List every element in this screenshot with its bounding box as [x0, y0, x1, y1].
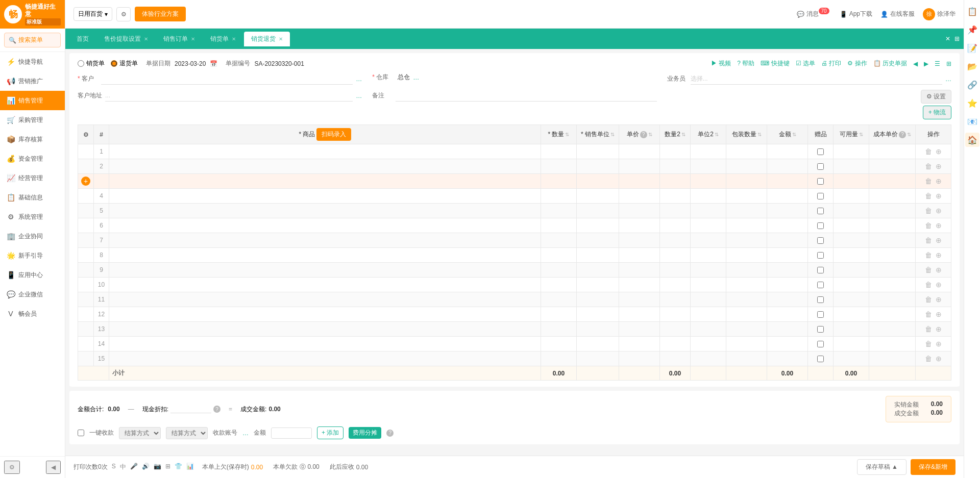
copy-row-7[interactable]: ⊕ — [935, 235, 943, 245]
price-info-icon[interactable]: ? — [640, 131, 647, 138]
price-cell-11[interactable] — [619, 292, 660, 307]
salesperson-dots-button[interactable]: … — [945, 76, 951, 83]
pack-cell-12[interactable] — [726, 307, 767, 322]
amount-cell-11[interactable] — [767, 292, 808, 307]
unit2-cell-13[interactable] — [691, 322, 726, 337]
calendar-icon[interactable]: 📅 — [210, 60, 217, 67]
product-cell-1[interactable] — [109, 144, 541, 159]
calc-method-select[interactable]: 结算方式 — [166, 427, 208, 439]
qty-cell-3[interactable] — [541, 174, 576, 189]
unit-cell-3[interactable] — [576, 174, 619, 189]
account-dots-button[interactable]: … — [242, 430, 249, 437]
sidebar-item-purchase[interactable]: 🛒 采购管理 — [0, 110, 65, 130]
sidebar-collapse-button[interactable]: ◀ — [46, 461, 61, 474]
product-cell-5[interactable] — [109, 204, 541, 218]
gift-checkbox-6[interactable] — [817, 222, 824, 229]
delete-row-8[interactable]: 🗑 — [924, 250, 933, 260]
unit-cell-12[interactable] — [576, 307, 619, 322]
maximize-icon[interactable]: ⊞ — [954, 35, 960, 42]
unit2-cell-11[interactable] — [691, 292, 726, 307]
copy-row-15[interactable]: ⊕ — [935, 354, 943, 364]
amount-cell-2[interactable] — [767, 159, 808, 174]
price-cell-7[interactable] — [619, 233, 660, 248]
avail-cell-12[interactable] — [834, 307, 869, 322]
copy-row-12[interactable]: ⊕ — [935, 309, 943, 319]
right-icon-5[interactable]: 🔗 — [965, 78, 979, 92]
online-service-button[interactable]: 👤 在线客服 — [880, 10, 915, 18]
sidebar-item-marketing[interactable]: 📢 营销推广 — [0, 71, 65, 91]
sales-slip-radio[interactable]: 销货单 — [78, 59, 105, 68]
amount-cell-13[interactable] — [767, 322, 808, 337]
print-button[interactable]: 🖨 打印 — [821, 59, 841, 68]
operations-button[interactable]: ⚙ 操作 — [847, 59, 867, 68]
qty-cell-12[interactable] — [541, 307, 576, 322]
price-cell-2[interactable] — [619, 159, 660, 174]
delete-row-13[interactable]: 🗑 — [924, 324, 933, 334]
sidebar-item-shortcuts[interactable]: ⚡ 快捷导航 — [0, 52, 65, 71]
gift-checkbox-7[interactable] — [817, 237, 824, 244]
product-cell-11[interactable] — [109, 292, 541, 307]
qty-cell-10[interactable] — [541, 278, 576, 292]
avail-cell-13[interactable] — [834, 322, 869, 337]
product-cell-8[interactable] — [109, 248, 541, 263]
discount-input[interactable] — [170, 406, 211, 413]
save-draft-button[interactable]: 保存草稿 ▲ — [857, 459, 906, 475]
price-cell-15[interactable] — [619, 351, 660, 366]
delete-row-7[interactable]: 🗑 — [924, 235, 933, 245]
unit2-cell-9[interactable] — [691, 263, 726, 278]
sidebar-item-vip[interactable]: V 畅会员 — [0, 304, 65, 323]
qty2-cell-9[interactable] — [660, 263, 691, 278]
tab-price-settings-close[interactable]: ✕ — [144, 36, 148, 42]
product-cell-13[interactable] — [109, 322, 541, 337]
right-icon-3[interactable]: 📝 — [965, 41, 979, 55]
tab-returns[interactable]: 销货退货 ✕ — [244, 32, 290, 46]
unit-cell-13[interactable] — [576, 322, 619, 337]
avail-cell-6[interactable] — [834, 218, 869, 233]
amount-sort-icon[interactable]: ⇅ — [792, 132, 796, 137]
avail-cell-3[interactable] — [834, 174, 869, 189]
tab-price-settings[interactable]: 售价提取设置 ✕ — [97, 32, 155, 46]
copy-row-4[interactable]: ⊕ — [935, 191, 943, 201]
close-tab-icon[interactable]: ✕ — [945, 35, 950, 42]
avail-cell-15[interactable] — [834, 351, 869, 366]
next-record-button[interactable]: ▶ — [924, 60, 928, 67]
return-slip-radio-input[interactable] — [111, 60, 117, 67]
cost-cell-8[interactable] — [869, 248, 916, 263]
product-cell-10[interactable] — [109, 278, 541, 292]
price-cell-12[interactable] — [619, 307, 660, 322]
gift-checkbox-15[interactable] — [817, 356, 824, 362]
avail-cell-2[interactable] — [834, 159, 869, 174]
address-input[interactable] — [105, 90, 353, 102]
unit-cell-4[interactable] — [576, 189, 619, 204]
unit-cell-6[interactable] — [576, 218, 619, 233]
pack-cell-10[interactable] — [726, 278, 767, 292]
gift-checkbox-14[interactable] — [817, 341, 824, 347]
gift-checkbox-9[interactable] — [817, 267, 824, 273]
qty2-cell-2[interactable] — [660, 159, 691, 174]
salesperson-input[interactable] — [691, 73, 942, 85]
cost-cell-11[interactable] — [869, 292, 916, 307]
gift-checkbox-8[interactable] — [817, 252, 824, 259]
tab-sales-order-close[interactable]: ✕ — [191, 36, 195, 42]
qty2-cell-14[interactable] — [660, 337, 691, 351]
tab-home[interactable]: 首页 — [69, 32, 96, 46]
industry-selector[interactable]: 日用百货 ▾ — [74, 7, 112, 21]
copy-row-10[interactable]: ⊕ — [935, 280, 943, 290]
gift-checkbox-3[interactable] — [817, 178, 824, 185]
cost-cell-7[interactable] — [869, 233, 916, 248]
qty2-cell-6[interactable] — [660, 218, 691, 233]
add-payment-button[interactable]: + 添加 — [317, 426, 344, 439]
qty-cell-13[interactable] — [541, 322, 576, 337]
qty-cell-8[interactable] — [541, 248, 576, 263]
gift-checkbox-12[interactable] — [817, 311, 824, 318]
price-sort-icon[interactable]: ⇅ — [648, 132, 652, 137]
price-cell-10[interactable] — [619, 278, 660, 292]
expense-info-icon[interactable]: ? — [386, 430, 394, 437]
cost-cell-5[interactable] — [869, 204, 916, 218]
product-cell-12[interactable] — [109, 307, 541, 322]
pack-cell-2[interactable] — [726, 159, 767, 174]
cost-cell-4[interactable] — [869, 189, 916, 204]
pack-cell-5[interactable] — [726, 204, 767, 218]
price-cell-3[interactable] — [619, 174, 660, 189]
qty2-cell-11[interactable] — [660, 292, 691, 307]
